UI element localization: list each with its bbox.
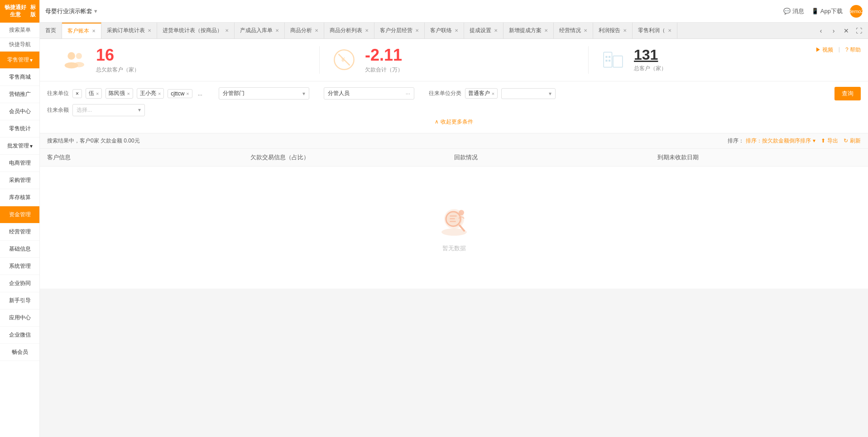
filter-tag-cjttcw[interactable]: cjttcw × [168, 89, 192, 98]
tab-home[interactable]: 首页 [40, 23, 62, 39]
person-label: 分管人员 [328, 90, 350, 97]
message-btn[interactable]: 💬 消息 [783, 7, 804, 15]
tab-close-all-btn[interactable]: ✕ [841, 25, 852, 36]
svg-point-3 [74, 62, 84, 67]
remove-tag-category[interactable]: × [492, 91, 494, 96]
filter-tag-wu[interactable]: 伍 × [86, 88, 102, 99]
stat-customers-value: 16 [96, 46, 139, 64]
close-tab-purchase-order[interactable]: ✕ [148, 28, 151, 33]
svg-rect-19 [450, 221, 456, 222]
svg-point-0 [67, 52, 75, 60]
svg-rect-10 [605, 60, 607, 62]
close-tab-product-analysis[interactable]: ✕ [315, 28, 318, 33]
close-tab-stock-in[interactable]: ✕ [225, 28, 229, 33]
close-tab-new-promo[interactable]: ✕ [544, 28, 548, 33]
sidebar-item-enterprise[interactable]: 企业协同 [0, 275, 39, 292]
tabbar: 首页 客户账本 ✕ 采购订单统计表 ✕ 进货单统计表（按商品） ✕ 产成品入库单… [40, 23, 868, 39]
export-btn[interactable]: ⬆ 导出 [821, 137, 838, 145]
tab-customer-tier[interactable]: 客户分层经营 ✕ [374, 23, 425, 39]
sort-value: 排序：按欠款金额倒序排序 [746, 137, 811, 145]
video-btn[interactable]: ▶ 视频 [815, 46, 833, 54]
sidebar-item-inventory[interactable]: 库存核算 [0, 189, 39, 206]
tab-product-analysis-list[interactable]: 商品分析列表 ✕ [324, 23, 374, 39]
stat-debt-value: -2.11 [365, 46, 403, 64]
sidebar-item-operations[interactable]: 经营管理 [0, 223, 39, 241]
tab-purchase-order[interactable]: 采购订单统计表 ✕ [101, 23, 157, 39]
close-tab-promotion-settings[interactable]: ✕ [494, 28, 498, 33]
app-download-btn[interactable]: 📱 App下载 [811, 7, 843, 15]
tab-business[interactable]: 经营情况 ✕ [554, 23, 593, 39]
sidebar-item-member[interactable]: 会员中心 [0, 103, 39, 120]
tab-customer-ledger[interactable]: 客户账本 ✕ [62, 23, 101, 39]
close-tab-retail-profit[interactable]: ✕ [668, 28, 671, 33]
sidebar-quick-nav[interactable]: 快捷导航 [0, 38, 39, 52]
account-selector[interactable]: 母婴行业演示帐套 ▾ [45, 7, 97, 15]
stat-total-customers: 16 总欠款客户（家） [51, 46, 320, 74]
filter-tag-category[interactable]: 普通客户 × [465, 88, 498, 99]
tab-fullscreen-btn[interactable]: ⛶ [854, 25, 864, 36]
sidebar-search[interactable]: 搜索菜单 [0, 23, 39, 38]
filter-row-1: 往来单位 × 伍 × 陈民强 × 王小亮 × cjttcw [47, 87, 861, 100]
svg-rect-6 [604, 52, 612, 67]
tab-next-btn[interactable]: › [828, 25, 839, 36]
chevron-up-icon: ∧ [435, 119, 439, 125]
sidebar-item-app-center[interactable]: 应用中心 [0, 309, 39, 327]
stat-debt-text: -2.11 欠款合计（万） [365, 46, 403, 74]
tab-retail-profit[interactable]: 零售利润（ ✕ [633, 23, 677, 39]
sidebar-item-ecommerce[interactable]: 电商管理 [0, 155, 39, 172]
close-tab-customer-tier[interactable]: ✕ [415, 28, 419, 33]
sidebar-item-wholesale[interactable]: 批发管理 ▾ [0, 138, 39, 155]
close-tab-customer-connect[interactable]: ✕ [455, 28, 458, 33]
tab-new-promo[interactable]: 新增提成方案 ✕ [504, 23, 554, 39]
person-select[interactable]: 分管人员 ··· [324, 87, 414, 100]
tab-customer-connect[interactable]: 客户联络 ✕ [425, 23, 464, 39]
query-button[interactable]: 查询 [834, 87, 861, 100]
sidebar-item-retail[interactable]: 零售管理 ▾ [0, 52, 39, 69]
unit-filter-label: 往来单位 [47, 90, 69, 97]
remove-tag-wang[interactable]: × [158, 91, 161, 96]
category-select[interactable]: ▾ [501, 88, 556, 99]
help-btn[interactable]: ? 帮助 [845, 46, 861, 54]
filter-more-tags[interactable]: ... [196, 90, 204, 98]
remove-tag-chen[interactable]: × [127, 91, 129, 96]
close-tab-profit-report[interactable]: ✕ [623, 28, 627, 33]
collapse-filter-btn[interactable]: ∧ 收起更多条件 [47, 116, 861, 128]
filter-tag-chen[interactable]: 陈民强 × [106, 88, 133, 99]
chevron-down-icon: ▾ [94, 8, 97, 14]
sidebar-item-wechat[interactable]: 企业微信 [0, 327, 39, 344]
svg-rect-17 [450, 215, 457, 217]
sidebar-item-basic[interactable]: 基础信息 [0, 241, 39, 258]
tab-product-analysis[interactable]: 商品分析 ✕ [285, 23, 324, 39]
close-tab-business[interactable]: ✕ [584, 28, 587, 33]
sidebar-item-system[interactable]: 系统管理 [0, 258, 39, 275]
sidebar-item-vip[interactable]: 畅会员 [0, 344, 39, 361]
stat-customers-label: 总欠款客户（家） [96, 66, 139, 74]
balance-select[interactable]: 选择... ▾ [72, 104, 145, 116]
refresh-btn[interactable]: ↻ 刷新 [844, 137, 861, 145]
filter-tag-wang[interactable]: 王小亮 × [137, 88, 164, 99]
close-tab-customer-ledger[interactable]: ✕ [92, 28, 96, 33]
export-icon: ⬆ [821, 138, 825, 144]
avatar[interactable]: demo2 [850, 5, 863, 18]
sidebar-item-finance[interactable]: 资金管理 [0, 206, 39, 223]
tab-profit-report[interactable]: 利润报告 ✕ [593, 23, 633, 39]
sidebar-item-purchase[interactable]: 采购管理 [0, 172, 39, 189]
sort-select[interactable]: 排序： 排序：按欠款金额倒序排序 ▾ [728, 137, 815, 145]
sidebar-item-newbie[interactable]: 新手引导 [0, 292, 39, 309]
remove-tag-cjttcw[interactable]: × [186, 91, 189, 96]
remove-tag-wu[interactable]: × [96, 91, 99, 96]
tab-prev-btn[interactable]: ‹ [815, 25, 826, 36]
account-name: 母婴行业演示帐套 [45, 7, 92, 15]
chevron-down-icon: ▾ [549, 90, 551, 97]
sidebar-item-retail-stats[interactable]: 零售统计 [0, 120, 39, 138]
close-tab-product-in[interactable]: ✕ [275, 28, 279, 33]
filter-tag-unit-close[interactable]: × [72, 89, 82, 98]
sidebar-item-marketing[interactable]: 营销推广 [0, 86, 39, 103]
sidebar-item-retail-mall[interactable]: 零售商城 [0, 69, 39, 86]
close-tab-product-analysis-list[interactable]: ✕ [365, 28, 369, 33]
tab-stock-in[interactable]: 进货单统计表（按商品） ✕ [157, 23, 235, 39]
tab-promotion-settings[interactable]: 提成设置 ✕ [464, 23, 504, 39]
tab-product-in[interactable]: 产成品入库单 ✕ [235, 23, 285, 39]
stat-clients-value: 131 [634, 47, 667, 63]
dept-select[interactable]: 分管部门 ▾ [219, 87, 309, 100]
